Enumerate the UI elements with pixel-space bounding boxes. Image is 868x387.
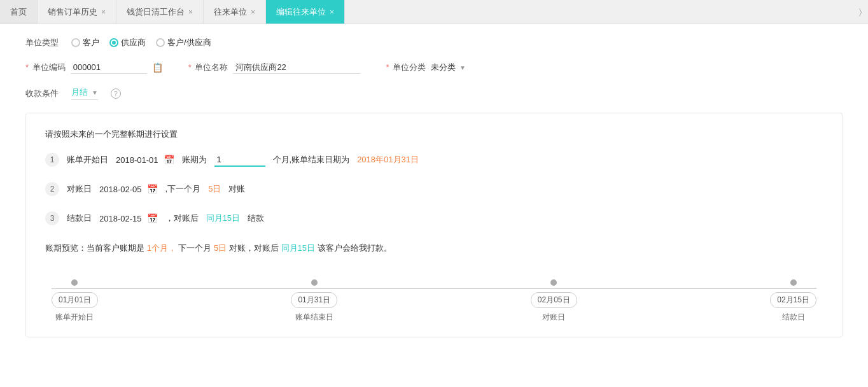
unit-classify-group: * 单位分类 未分类 ▼ [386,62,466,73]
step-3-date: 2018-02-15 [99,214,142,223]
payment-terms-arrow[interactable]: ▼ [92,89,98,96]
help-icon[interactable]: ? [111,88,121,99]
step-3-num: 3 [45,211,59,225]
step-1-period-input[interactable] [214,153,265,167]
preview-payment-day: 同月15日 [281,243,315,253]
unit-code-label: * 单位编码 [25,62,66,73]
step-2-desc-highlight: 5日 [208,183,221,195]
step-3-calendar-icon[interactable]: 📅 [147,213,158,223]
radio-supplier-label: 供应商 [121,37,146,48]
radio-customer-circle [71,38,80,47]
main-content: 单位类型 客户 供应商 客户/供应商 * 单位编码 📋 [0,24,868,387]
step-1-period-suffix: 个月,账单结束日期为 [273,154,350,165]
tab-sales-history-close[interactable]: × [101,8,106,16]
radio-both-label: 客户/供应商 [167,37,211,48]
preview-reconcile-day: 5日 [214,243,227,253]
settings-title: 请按照未来的一个完整帐期进行设置 [45,129,823,140]
unit-type-row: 单位类型 客户 供应商 客户/供应商 [25,37,843,48]
step-1-period-prefix: 账期为 [182,154,207,165]
tab-cash-ledger[interactable]: 钱货日清工作台 × [116,0,204,24]
classify-value: 未分类 [431,62,456,73]
step-2-date-group: 2018-02-05 📅 [99,184,158,194]
classify-dropdown-arrow[interactable]: ▼ [459,64,466,71]
timeline-label-0: 账单开始日 [55,312,94,323]
timeline-dot-2 [550,279,557,286]
timeline-label-2: 对账日 [542,312,565,323]
preview-reconcile-prefix: 下一个月 [178,243,211,253]
settings-box: 请按照未来的一个完整帐期进行设置 1 账单开始日 2018-01-01 📅 账期… [25,113,843,337]
tab-edit-partner-close[interactable]: × [330,8,334,16]
step-1-label: 账单开始日 [67,154,108,165]
tab-bar: 首页 销售订单历史 × 钱货日清工作台 × 往来单位 × 编辑往来单位 × 〉 [0,0,868,24]
timeline-points: 01月01日 账单开始日 01月31日 账单结束日 02月05日 对账日 02月… [52,269,816,323]
step-1-calendar-icon[interactable]: 📅 [164,155,174,165]
preview-prefix: 账期预览：当前客户账期是 [45,243,144,253]
unit-name-label: * 单位名称 [188,62,228,73]
step-3-desc-prefix: ，对账后 [165,213,199,224]
copy-icon[interactable]: 📋 [152,62,163,73]
preview-payment-suffix: 该客户会给我打款。 [318,243,392,253]
tab-partner-units-label: 往来单位 [214,6,247,18]
classify-dropdown[interactable]: 未分类 ▼ [431,62,466,73]
step-3-desc-highlight: 同月15日 [206,213,240,224]
payment-terms-select[interactable]: 月结 ▼ [71,87,98,100]
radio-both-circle [156,38,165,47]
timeline-date-0: 01月01日 [52,292,98,308]
radio-customer-label: 客户 [83,37,99,48]
radio-customer[interactable]: 客户 [71,37,99,48]
tab-expand-button[interactable]: 〉 [853,0,868,24]
step-3-desc-suffix: 结款 [248,213,264,224]
unit-name-input[interactable] [233,61,360,74]
tab-home[interactable]: 首页 [0,0,38,24]
unit-type-label: 单位类型 [25,37,59,48]
unit-code-group: * 单位编码 📋 [25,61,163,74]
step-3-label: 结款日 [67,213,92,224]
step-2-row: 2 对账日 2018-02-05 📅 ,下一个月 5日 对账 [45,182,823,196]
timeline-point-0: 01月01日 账单开始日 [52,279,98,323]
step-1-date-group: 2018-01-01 📅 [116,155,174,165]
timeline-dot-3 [790,279,797,286]
step-1-num: 1 [45,153,59,167]
timeline-label-1: 账单结束日 [295,312,333,323]
step-2-calendar-icon[interactable]: 📅 [147,184,158,194]
timeline-dot-1 [311,279,318,286]
timeline-label-3: 结款日 [782,312,805,323]
timeline-date-3: 02月15日 [770,292,816,308]
tab-sales-history-label: 销售订单历史 [48,6,97,18]
unit-code-input[interactable] [71,61,147,74]
unit-type-radio-group: 客户 供应商 客户/供应商 [71,37,211,48]
payment-terms-row: 收款条件 月结 ▼ ? [25,87,843,100]
step-3-row: 3 结款日 2018-02-15 📅 ，对账后 同月15日 结款 [45,211,823,225]
timeline: 01月01日 账单开始日 01月31日 账单结束日 02月05日 对账日 02月… [45,271,823,321]
timeline-date-1: 01月31日 [291,292,337,308]
timeline-point-2: 02月05日 对账日 [531,279,577,323]
step-2-label: 对账日 [67,183,92,195]
timeline-date-2: 02月05日 [531,292,577,308]
timeline-dot-0 [71,279,78,286]
preview-reconcile-suffix: 对账，对账后 [229,243,279,253]
tab-cash-ledger-label: 钱货日清工作台 [127,6,185,18]
step-2-date: 2018-02-05 [99,185,142,194]
payment-terms-value: 月结 [71,87,88,98]
timeline-point-3: 02月15日 结款日 [770,279,816,323]
tab-partner-units[interactable]: 往来单位 × [204,0,266,24]
tab-home-label: 首页 [10,6,27,18]
step-2-desc-prefix: ,下一个月 [165,183,201,195]
step-1-period-end: 2018年01月31日 [357,154,419,165]
preview-months: 1个月， [147,243,176,253]
tab-partner-units-close[interactable]: × [251,8,255,16]
unit-classify-label: * 单位分类 [386,62,426,73]
step-2-num: 2 [45,182,59,196]
unit-name-group: * 单位名称 [188,61,361,74]
tab-sales-history[interactable]: 销售订单历史 × [38,0,116,24]
tab-edit-partner-label: 编辑往来单位 [276,6,326,18]
step-1-row: 1 账单开始日 2018-01-01 📅 账期为 个月,账单结束日期为 2018… [45,153,823,167]
radio-supplier-circle [109,38,118,47]
step-1-date: 2018-01-01 [116,155,158,165]
radio-supplier[interactable]: 供应商 [109,37,146,48]
tab-cash-ledger-close[interactable]: × [188,8,193,16]
timeline-point-1: 01月31日 账单结束日 [291,279,337,323]
radio-both[interactable]: 客户/供应商 [156,37,211,48]
tab-edit-partner[interactable]: 编辑往来单位 × [266,0,345,24]
step-2-desc-suffix: 对账 [228,183,245,195]
